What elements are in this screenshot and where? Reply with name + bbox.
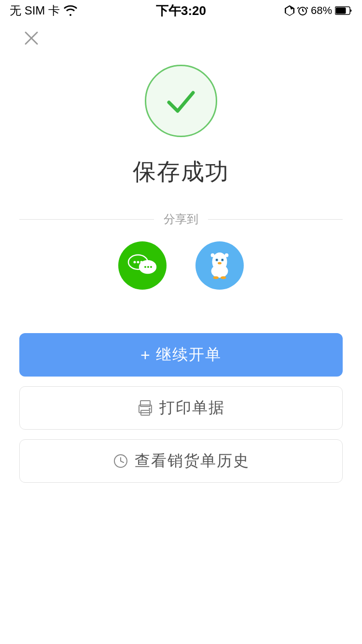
wechat-logo-icon [127,251,157,280]
share-label: 分享到 [154,211,208,227]
svg-point-26 [225,253,229,257]
wechat-share-button[interactable] [118,241,167,290]
print-label: 打印单据 [159,397,225,419]
svg-point-23 [213,276,219,279]
main-content: 保存成功 分享到 [0,21,362,483]
svg-point-25 [211,253,215,257]
print-icon [137,400,153,416]
qq-logo-icon [206,252,234,280]
svg-rect-27 [140,401,150,406]
plus-icon: + [140,346,151,364]
svg-rect-4 [336,8,346,14]
close-button[interactable] [19,26,43,50]
qq-share-button[interactable] [195,241,244,290]
share-divider-row: 分享到 [0,211,362,227]
svg-point-20 [222,259,223,261]
continue-order-button[interactable]: + 继续开单 [19,333,343,377]
alarm-icon [297,5,308,16]
svg-point-22 [211,265,228,278]
history-button[interactable]: 查看销货单历史 [19,439,343,483]
history-label: 查看销货单历史 [135,450,250,472]
svg-point-13 [144,266,146,268]
svg-point-15 [150,266,152,268]
battery-icon [335,6,352,15]
svg-point-21 [218,262,222,265]
success-icon-circle [145,65,217,137]
svg-point-14 [147,266,149,268]
divider-left [19,219,154,220]
action-buttons: + 继续开单 打印单据 查看销货单历史 [0,333,362,483]
wifi-icon [64,5,77,16]
svg-line-33 [121,461,124,462]
status-bar: 无 SIM 卡 下午3:20 68% [0,0,362,21]
location-icon [285,5,294,16]
checkmark-icon [164,84,198,118]
status-right: 68% [285,4,352,17]
status-left: 无 SIM 卡 [10,3,77,18]
svg-point-12 [140,261,143,264]
svg-point-30 [149,408,151,410]
share-icons-row [118,241,244,290]
status-time: 下午3:20 [156,2,206,19]
no-sim-label: 无 SIM 卡 [10,3,60,18]
print-button[interactable]: 打印单据 [19,386,343,430]
svg-point-10 [134,261,136,264]
history-icon [112,453,129,469]
svg-point-11 [137,261,139,264]
battery-label: 68% [311,4,332,17]
continue-order-label: 继续开单 [156,344,222,365]
svg-point-19 [216,259,218,261]
share-section: 分享到 [0,211,362,290]
divider-right [208,219,343,220]
svg-point-24 [221,276,226,279]
success-title: 保存成功 [133,156,229,187]
